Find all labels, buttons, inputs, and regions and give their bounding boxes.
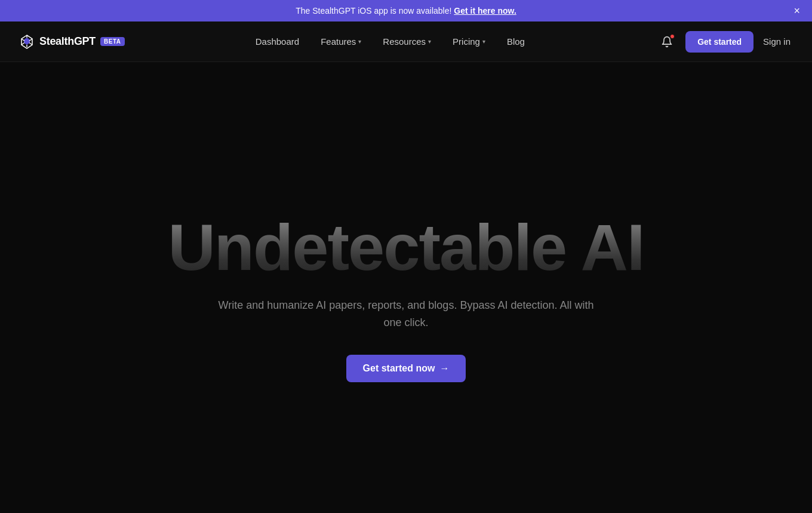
notification-button[interactable] <box>656 30 678 53</box>
banner-link[interactable]: Get it here now. <box>454 6 516 16</box>
nav-links: Dashboard Features ▾ Resources ▾ Pricing… <box>246 32 534 51</box>
pricing-chevron-icon: ▾ <box>482 38 485 45</box>
nav-item-blog[interactable]: Blog <box>497 32 534 51</box>
features-chevron-icon: ▾ <box>358 38 361 45</box>
nav-item-dashboard[interactable]: Dashboard <box>246 32 309 51</box>
hero-section: Undetectable AI Write and humanize AI pa… <box>0 62 812 511</box>
arrow-icon: → <box>439 363 449 374</box>
notification-dot <box>670 34 675 39</box>
banner-prefix: The StealthGPT iOS app is now available! <box>296 6 451 16</box>
logo[interactable]: StealthGPT BETA <box>19 34 125 50</box>
close-banner-button[interactable]: × <box>791 3 802 19</box>
hero-cta-button[interactable]: Get started now → <box>346 355 466 382</box>
nav-item-features[interactable]: Features ▾ <box>311 32 371 51</box>
navbar: StealthGPT BETA Dashboard Features ▾ Res… <box>0 21 812 62</box>
nav-item-resources[interactable]: Resources ▾ <box>373 32 441 51</box>
banner-text: The StealthGPT iOS app is now available!… <box>296 6 516 16</box>
hero-cta-label: Get started now <box>363 363 435 374</box>
resources-chevron-icon: ▾ <box>428 38 431 45</box>
nav-item-pricing[interactable]: Pricing ▾ <box>443 32 495 51</box>
get-started-nav-button[interactable]: Get started <box>685 31 753 53</box>
hero-subtitle: Write and humanize AI papers, reports, a… <box>215 297 597 331</box>
logo-icon <box>19 34 35 50</box>
logo-text: StealthGPT <box>39 35 96 48</box>
beta-badge: BETA <box>100 37 124 46</box>
sign-in-button[interactable]: Sign in <box>761 32 793 51</box>
nav-right: Get started Sign in <box>656 30 793 53</box>
hero-title: Undetectable AI <box>168 214 644 280</box>
announcement-banner: The StealthGPT iOS app is now available!… <box>0 0 812 21</box>
